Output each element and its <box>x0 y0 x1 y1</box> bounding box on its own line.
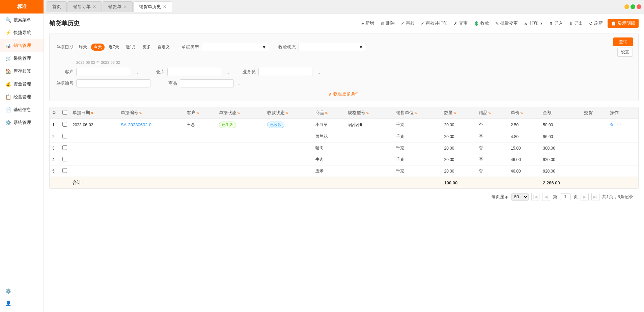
print-button[interactable]: 🖨 打印 ▼ <box>523 19 544 27</box>
row-checkbox[interactable] <box>62 145 67 150</box>
th-settings[interactable]: ⚙ <box>50 107 60 119</box>
refresh-button[interactable]: ↺ 刷新 <box>588 19 604 27</box>
th-qty[interactable]: 数量⇅ <box>441 107 476 119</box>
page-label: 第 <box>553 194 557 200</box>
th-pay-status[interactable]: 收款状态⇅ <box>264 107 313 119</box>
warehouse-dots[interactable]: ... <box>225 70 229 75</box>
table-body: 1 2023-06-02 SA-20230602-0 王总 已生效 已收款 小白… <box>50 119 638 177</box>
show-detail-button[interactable]: 📋 显示明细 <box>608 19 639 28</box>
first-page-button[interactable]: |◀ <box>531 193 539 201</box>
tab-sales-history[interactable]: 销货单历史 ✕ <box>133 1 172 12</box>
batch-change-button[interactable]: ✎ 批量变更 <box>494 19 519 27</box>
delete-button[interactable]: 🗑 删除 <box>379 19 396 27</box>
tab-sales-order[interactable]: 销售订单 ✕ <box>67 1 102 12</box>
tab-sales-history-close[interactable]: ✕ <box>163 4 166 9</box>
customer-dots[interactable]: ... <box>134 70 138 75</box>
staff-dots[interactable]: ... <box>316 70 320 75</box>
next-page-button[interactable]: ▶ <box>581 193 589 201</box>
cell-ops <box>607 131 638 142</box>
th-amount: 金额 <box>540 107 581 119</box>
more-op[interactable]: ⋯ <box>617 122 621 128</box>
audit-print-button[interactable]: ✓ 审核并打印 <box>419 19 449 27</box>
minimize-button[interactable] <box>624 4 629 9</box>
add-button[interactable]: + 新增 <box>360 19 376 27</box>
sidebar-item-purchase-mgmt[interactable]: 🛒 采购管理 <box>0 52 44 65</box>
sidebar-item-sales-mgmt[interactable]: 📊 销售管理 <box>0 39 44 52</box>
prev-page-button[interactable]: ◀ <box>542 193 550 201</box>
tab-sales-goods-close[interactable]: ✕ <box>123 4 127 9</box>
date-filter: 昨天 今天 近7天 近1月 更多 自定义 <box>76 44 172 51</box>
abandon-button[interactable]: ✗ 弃审 <box>452 19 469 27</box>
th-unit[interactable]: 销售单位⇅ <box>393 107 442 119</box>
date-tag-1month[interactable]: 近1月 <box>123 44 139 51</box>
query-button[interactable]: 查询 <box>613 37 633 46</box>
sidebar-item-basic-info[interactable]: 📄 基础信息 <box>0 103 44 116</box>
goods-input[interactable] <box>180 79 234 87</box>
staff-input[interactable] <box>258 68 312 76</box>
goods-dots[interactable]: ... <box>238 81 242 86</box>
row-checkbox[interactable] <box>62 157 67 161</box>
filter-doc-no: 单据编号 <box>55 79 150 87</box>
th-spec[interactable]: 规格型号⇅ <box>345 107 393 119</box>
date-tag-7days[interactable]: 近7天 <box>106 44 122 51</box>
sidebar-item-operations[interactable]: 📋 经营管理 <box>0 90 44 103</box>
filter-goods: 商品 ... <box>159 79 242 87</box>
collapse-btn[interactable]: ∧ 收起更多条件 <box>55 91 633 97</box>
tab-sales-order-close[interactable]: ✕ <box>93 4 96 9</box>
close-button[interactable] <box>637 4 641 9</box>
cell-unit: 千克 <box>393 154 442 165</box>
tab-sales-goods[interactable]: 销货单 ✕ <box>103 1 133 12</box>
row-checkbox[interactable] <box>62 134 67 138</box>
cell-unit: 千克 <box>393 131 442 142</box>
last-page-button[interactable]: ▶| <box>591 193 599 201</box>
date-tag-custom[interactable]: 自定义 <box>155 44 172 51</box>
collect-button[interactable]: 💲 收款 <box>472 19 491 27</box>
sidebar-bottom-settings[interactable]: ⚙️ <box>0 285 44 297</box>
row-checkbox[interactable] <box>62 122 67 127</box>
cell-no: 2 <box>50 131 60 142</box>
sidebar-item-finance[interactable]: 💰 资金管理 <box>0 78 44 90</box>
edit-op[interactable]: ✎ <box>610 122 614 128</box>
filter-settings-button[interactable]: 设置 <box>617 48 633 57</box>
doc-no-input[interactable] <box>76 79 150 87</box>
sidebar-bottom-user[interactable]: 👤 <box>0 297 44 309</box>
pay-status-select[interactable]: ▼ <box>299 43 366 51</box>
th-goods[interactable]: 商品⇅ <box>313 107 345 119</box>
th-price[interactable]: 单价⇅ <box>508 107 540 119</box>
th-ops: 操作 <box>607 107 638 119</box>
tab-home[interactable]: 首页 <box>47 1 67 12</box>
audit-icon: ✓ <box>401 21 404 26</box>
doc-type-select[interactable]: ▼ <box>202 43 269 51</box>
date-tag-today[interactable]: 今天 <box>91 44 105 51</box>
doc-no-link[interactable]: SA-20230602-0 <box>121 122 151 127</box>
row-checkbox[interactable] <box>62 168 67 173</box>
per-page-select[interactable]: 50 10 20 100 <box>511 193 529 201</box>
import-button[interactable]: ⬆ 导入 <box>548 19 564 27</box>
select-all-checkbox[interactable] <box>62 110 67 115</box>
doc-status-badge: 已生效 <box>219 122 236 128</box>
cell-doc-no: SA-20230602-0 <box>118 119 184 131</box>
audit-button[interactable]: ✓ 审核 <box>399 19 416 27</box>
cell-doc-date <box>70 154 118 165</box>
sidebar-item-quick-nav[interactable]: ⚡ 快捷导航 <box>0 26 44 39</box>
date-tag-more[interactable]: 更多 <box>140 44 153 51</box>
export-button[interactable]: ⬇ 导出 <box>568 19 584 27</box>
date-tag-yesterday[interactable]: 昨天 <box>76 44 90 51</box>
th-doc-status[interactable]: 单据状态⇅ <box>216 107 264 119</box>
sidebar-item-search-menu[interactable]: 🔍 搜索菜单 <box>0 14 44 26</box>
sidebar-item-inventory[interactable]: 🏠 库存核算 <box>0 65 44 78</box>
th-doc-date[interactable]: 单据日期⇅ <box>70 107 118 119</box>
maximize-button[interactable] <box>631 4 635 9</box>
page-number-input[interactable] <box>560 193 571 200</box>
cell-trade <box>581 154 607 165</box>
cell-no: 4 <box>50 154 60 165</box>
sidebar-item-system[interactable]: ⚙️ 系统管理 <box>0 116 44 129</box>
warehouse-input[interactable] <box>167 68 221 76</box>
th-doc-no[interactable]: 单据编号⇅ <box>118 107 184 119</box>
sort-icon: ⇅ <box>325 111 328 115</box>
customer-input[interactable] <box>76 68 130 76</box>
sidebar-item-label: 搜索菜单 <box>13 17 31 23</box>
warehouse-label: 仓库 <box>146 69 165 75</box>
th-customer[interactable]: 客户⇅ <box>184 107 216 119</box>
th-gift[interactable]: 赠品⇅ <box>476 107 508 119</box>
